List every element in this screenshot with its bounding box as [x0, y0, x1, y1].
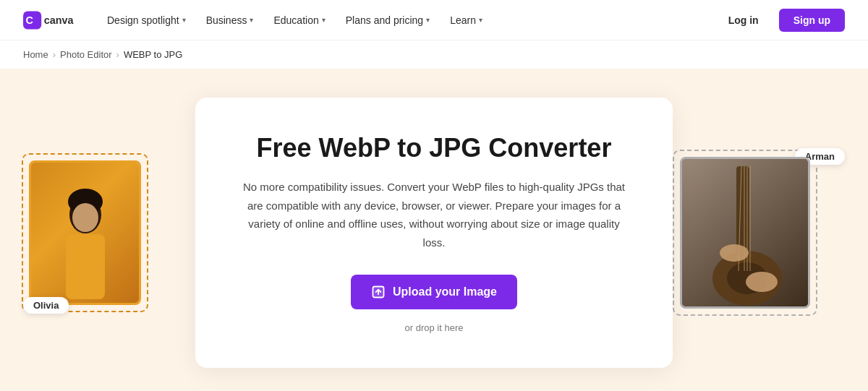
deco-image-left: Olivia: [29, 160, 174, 305]
upload-button[interactable]: Upload your Image: [351, 275, 517, 309]
chevron-down-icon: ▾: [250, 16, 253, 24]
name-tag-left: Olivia: [23, 297, 69, 314]
nav-plans-pricing[interactable]: Plans and pricing ▾: [337, 10, 438, 30]
chevron-down-icon: ▾: [182, 16, 186, 24]
converter-card: Free WebP to JPG Converter No more compa…: [195, 98, 673, 368]
signup-button[interactable]: Sign up: [779, 9, 845, 32]
breadcrumb-sep-1: ›: [53, 49, 56, 60]
svg-rect-4: [66, 234, 105, 299]
chevron-down-icon: ▾: [479, 16, 482, 24]
breadcrumb-home[interactable]: Home: [23, 49, 48, 60]
photo-frame-left: [29, 160, 141, 305]
hero-section: Olivia Free WebP to JPG Converter No mor…: [0, 69, 868, 391]
nav-education[interactable]: Education ▾: [265, 10, 333, 30]
svg-point-16: [720, 244, 749, 262]
breadcrumb-sep-2: ›: [116, 49, 119, 60]
breadcrumb-photo-editor[interactable]: Photo Editor: [60, 49, 112, 60]
logo[interactable]: C canva: [23, 10, 75, 30]
nav-business[interactable]: Business ▾: [197, 10, 263, 30]
svg-point-6: [72, 203, 98, 232]
guitar-bg: [682, 159, 808, 306]
nav-right: Log in Sign up: [714, 9, 845, 32]
person-bg-left: [31, 163, 139, 303]
login-button[interactable]: Log in: [714, 9, 773, 32]
breadcrumb-current: WEBP to JPG: [124, 49, 182, 60]
photo-frame-right: [680, 157, 810, 309]
drop-text: or drop it here: [242, 322, 626, 333]
chevron-down-icon: ▾: [426, 16, 430, 24]
svg-point-17: [746, 272, 778, 292]
nav-learn[interactable]: Learn ▾: [441, 10, 491, 30]
svg-text:C: C: [26, 14, 33, 26]
chevron-down-icon: ▾: [322, 16, 326, 24]
navbar: C canva Design spotlight ▾ Business ▾ Ed…: [0, 0, 868, 40]
nav-items: Design spotlight ▾ Business ▾ Education …: [98, 10, 714, 30]
converter-description: No more compatibility issues. Convert yo…: [242, 178, 626, 252]
upload-icon: [371, 285, 386, 299]
nav-design-spotlight[interactable]: Design spotlight ▾: [98, 10, 195, 30]
breadcrumb: Home › Photo Editor › WEBP to JPG: [0, 40, 868, 69]
deco-image-right: Arman: [680, 157, 839, 309]
converter-title: Free WebP to JPG Converter: [242, 132, 626, 163]
svg-text:canva: canva: [44, 14, 75, 26]
